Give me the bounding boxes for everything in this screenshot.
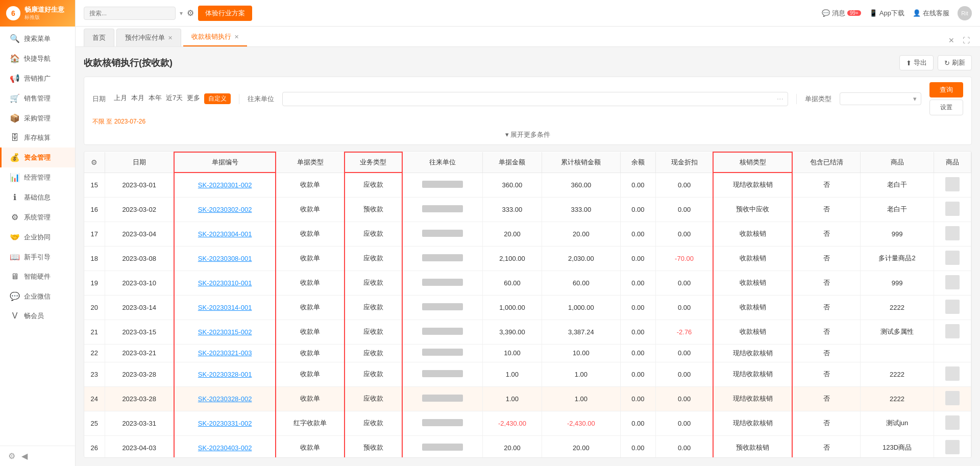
- tab-collection-offset[interactable]: 收款核销执行✕: [183, 28, 247, 46]
- tab-label-advance-payment: 预付冲应付单: [125, 33, 165, 42]
- tab-close-collection-offset[interactable]: ✕: [234, 34, 239, 40]
- more-filter[interactable]: 更多: [187, 93, 200, 104]
- refresh-btn[interactable]: ↻ 刷新: [938, 55, 972, 70]
- table-row[interactable]: 17 2023-03-04 SK-20230304-001 收款单 应收款 20…: [84, 222, 971, 246]
- table-row[interactable]: 19 2023-03-10 SK-20230310-001 收款单 应收款 60…: [84, 271, 971, 295]
- sales-label: 销售管理: [24, 94, 51, 103]
- col-product-img: 商品: [934, 152, 971, 173]
- cell-offset-type: 现结收款核销: [713, 173, 792, 197]
- sidebar-item-purchase[interactable]: 📦采购管理: [0, 108, 75, 128]
- sidebar-item-marketing[interactable]: 📢营销推广: [0, 68, 75, 88]
- table-row[interactable]: 25 2023-03-31 SK-20230331-002 红字收款单 应收款 …: [84, 411, 971, 435]
- col-gear[interactable]: ⚙: [84, 152, 105, 173]
- expand-more-conditions[interactable]: ▾ 展开更多条件: [92, 130, 963, 139]
- last7days-filter[interactable]: 近7天: [166, 93, 183, 104]
- cell-product-img: [934, 173, 971, 197]
- sidebar-item-operations[interactable]: 📊经营管理: [0, 167, 75, 187]
- sidebar-item-finance[interactable]: 💰资金管理: [0, 148, 75, 167]
- this-month-filter[interactable]: 本月: [131, 93, 144, 104]
- cell-cumulative-offset: 1.00: [542, 362, 621, 386]
- cell-include-settled: 否: [792, 435, 860, 458]
- sidebar-item-search[interactable]: 🔍搜索菜单: [0, 29, 75, 48]
- table-row[interactable]: 20 2023-03-14 SK-20230314-001 收款单 应收款 1,…: [84, 295, 971, 320]
- collapse-icon[interactable]: ◀: [21, 451, 28, 461]
- cell-balance: 0.00: [620, 386, 656, 411]
- cell-product: 2222: [860, 295, 934, 320]
- cell-product: 老白干: [860, 197, 934, 222]
- topbar-search-input[interactable]: [84, 7, 176, 20]
- table-row[interactable]: 24 2023-03-28 SK-20230328-002 收款单 应收款 1.…: [84, 386, 971, 411]
- cell-bill-no[interactable]: SK-20230301-002: [174, 173, 276, 197]
- cell-bill-no[interactable]: SK-20230308-001: [174, 246, 276, 271]
- cell-bill-amount: 3,390.00: [482, 320, 542, 344]
- sidebar-item-newbie[interactable]: 📖新手引导: [0, 247, 75, 267]
- table-row[interactable]: 18 2023-03-08 SK-20230308-001 收款单 应收款 2,…: [84, 246, 971, 271]
- bill-type-select[interactable]: ▾: [840, 92, 921, 105]
- cell-partner: [402, 344, 483, 362]
- custom-filter-btn[interactable]: 自定义: [204, 93, 231, 104]
- sidebar-item-vip[interactable]: V畅会员: [0, 306, 75, 326]
- cell-bill-no[interactable]: SK-20230304-001: [174, 222, 276, 246]
- cell-bill-no[interactable]: SK-20230314-001: [174, 295, 276, 320]
- sidebar-item-inventory[interactable]: 🗄库存核算: [0, 128, 75, 148]
- tab-home[interactable]: 首页: [84, 29, 114, 46]
- export-btn[interactable]: ⬆ 导出: [899, 55, 934, 70]
- expand-tab-icon[interactable]: ⛶: [961, 34, 972, 46]
- messages-item[interactable]: 💬 消息 99+: [822, 9, 861, 18]
- sidebar-item-basic[interactable]: ℹ基础信息: [0, 187, 75, 207]
- cell-balance: 0.00: [620, 173, 656, 197]
- cell-num: 18: [84, 246, 105, 271]
- solution-btn[interactable]: 体验行业方案: [198, 6, 252, 21]
- cell-bill-no[interactable]: SK-20230302-002: [174, 197, 276, 222]
- sidebar-item-sales[interactable]: 🛒销售管理: [0, 88, 75, 108]
- sidebar-item-hardware[interactable]: 🖥智能硬件: [0, 267, 75, 286]
- close-tab-icon[interactable]: ✕: [946, 34, 957, 46]
- cell-bill-no[interactable]: SK-20230315-002: [174, 320, 276, 344]
- sidebar-item-wechat[interactable]: 💬企业微信: [0, 286, 75, 306]
- cell-product-img: [934, 222, 971, 246]
- product-thumbnail: [945, 226, 960, 240]
- table-row[interactable]: 22 2023-03-21 SK-20230321-003 收款单 应收款 10…: [84, 344, 971, 362]
- table-row[interactable]: 21 2023-03-15 SK-20230315-002 收款单 应收款 3,…: [84, 320, 971, 344]
- sidebar-item-enterprise[interactable]: 🤝企业协同: [0, 227, 75, 247]
- tab-advance-payment[interactable]: 预付冲应付单✕: [116, 29, 181, 46]
- table-row[interactable]: 15 2023-03-01 SK-20230301-002 收款单 应收款 36…: [84, 173, 971, 197]
- table-row[interactable]: 16 2023-03-02 SK-20230302-002 收款单 预收款 33…: [84, 197, 971, 222]
- cell-bill-type: 收款单: [276, 246, 344, 271]
- filter-separator-2: [796, 94, 797, 104]
- col-settings-icon[interactable]: ⚙: [91, 158, 97, 166]
- tab-close-advance-payment[interactable]: ✕: [168, 35, 173, 41]
- expand-icon: ▾: [505, 131, 509, 138]
- cell-bill-no[interactable]: SK-20230328-002: [174, 386, 276, 411]
- quick-nav-label: 快捷导航: [24, 54, 51, 63]
- cell-cumulative-offset: 10.00: [542, 344, 621, 362]
- app-download-item[interactable]: 📱 App下载: [869, 9, 904, 18]
- cell-bill-no[interactable]: SK-20230331-002: [174, 411, 276, 435]
- cell-bill-no[interactable]: SK-20230310-001: [174, 271, 276, 295]
- partner-blurred: [422, 444, 463, 451]
- cell-bill-no[interactable]: SK-20230328-001: [174, 362, 276, 386]
- sidebar-item-quick-nav[interactable]: 🏠快捷导航: [0, 48, 75, 68]
- user-avatar[interactable]: Rit: [958, 6, 972, 20]
- this-year-filter[interactable]: 本年: [149, 93, 162, 104]
- settings-footer-icon[interactable]: ⚙: [8, 451, 15, 461]
- cell-cash-discount: 0.00: [656, 295, 713, 320]
- topbar-gear-icon[interactable]: ⚙: [187, 8, 194, 18]
- cell-cash-discount: 0.00: [656, 362, 713, 386]
- hardware-icon: 🖥: [10, 272, 20, 281]
- cell-bill-amount: 10.00: [482, 344, 542, 362]
- filter-settings-btn[interactable]: 设置: [929, 100, 963, 115]
- online-service-item[interactable]: 👤 在线客服: [913, 9, 949, 18]
- sidebar-item-system[interactable]: ⚙系统管理: [0, 207, 75, 227]
- cell-bill-no[interactable]: SK-20230321-003: [174, 344, 276, 362]
- table-row[interactable]: 23 2023-03-28 SK-20230328-001 收款单 应收款 1.…: [84, 362, 971, 386]
- topbar-arrow-icon[interactable]: ▾: [180, 10, 183, 17]
- table-row[interactable]: 26 2023-04-03 SK-20230403-002 收款单 预收款 20…: [84, 435, 971, 458]
- cell-num: 23: [84, 362, 105, 386]
- cell-bill-no[interactable]: SK-20230403-002: [174, 435, 276, 458]
- cell-balance: 0.00: [620, 362, 656, 386]
- partner-dots[interactable]: ···: [777, 94, 783, 104]
- cell-bill-type: 收款单: [276, 295, 344, 320]
- last-month-filter[interactable]: 上月: [114, 93, 127, 104]
- query-btn[interactable]: 查询: [929, 82, 963, 97]
